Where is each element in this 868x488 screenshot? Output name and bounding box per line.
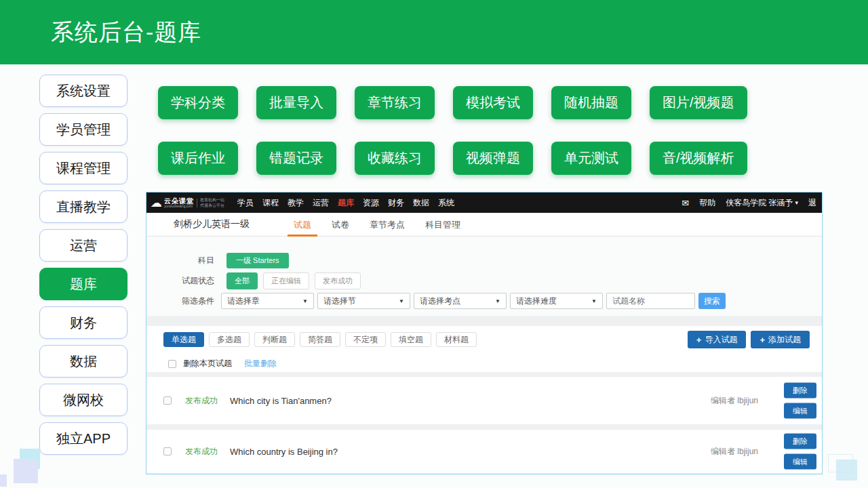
cloud-logo-icon: ☁ [151, 197, 162, 209]
logout-link[interactable]: 退 [808, 197, 816, 209]
feature-button[interactable]: 图片/视频题 [650, 86, 747, 119]
filter-dropdown[interactable]: 请选择章 ▼ [221, 293, 314, 309]
app-tab[interactable]: 科目管理 [425, 213, 460, 237]
account-menu[interactable]: 侠客岛学院 张涵予 ▾ [726, 197, 798, 209]
question-type-tab[interactable]: 材料题 [436, 332, 477, 347]
question-row: 发布成功 Which city is Tian'anmen? 编辑者 lbjij… [146, 377, 822, 424]
app-nav-right: ✉ 帮助 侠客岛学院 张涵予 ▾ 退 [682, 197, 816, 209]
dropdown-placeholder: 请选择节 [323, 296, 356, 307]
sidebar-item[interactable]: 系统设置 [39, 75, 127, 107]
feature-button[interactable]: 错题记录 [256, 142, 336, 175]
app-nav-item[interactable]: 数据 [413, 197, 429, 209]
row-checkbox[interactable] [163, 447, 172, 455]
sidebar-item[interactable]: 微网校 [39, 384, 127, 416]
conditions-label: 筛选条件 [158, 296, 214, 307]
feature-button[interactable]: 课后作业 [158, 142, 238, 175]
editor-label: 编辑者 lbjijun [711, 395, 758, 407]
question-type-tab[interactable]: 多选题 [209, 332, 250, 347]
sidebar-item[interactable]: 独立APP [39, 422, 127, 455]
feature-button[interactable]: 批量导入 [256, 86, 336, 119]
app-tab[interactable]: 章节考点 [370, 213, 405, 237]
feature-button[interactable]: 收藏练习 [355, 142, 435, 175]
delete-button[interactable]: 删除 [784, 434, 816, 449]
select-all-checkbox[interactable] [168, 360, 176, 368]
question-list: 发布成功 Which city is Tian'anmen? 编辑者 lbjij… [146, 377, 822, 473]
feature-button[interactable]: 模拟考试 [453, 86, 533, 119]
question-type-tab[interactable]: 判断题 [254, 332, 295, 347]
status-option[interactable]: 全部 [226, 272, 258, 289]
divider [146, 316, 822, 326]
app-nav-item[interactable]: 资源 [363, 197, 379, 209]
course-title: 剑桥少儿英语一级 [174, 218, 250, 230]
question-type-tab[interactable]: 不定项 [345, 332, 386, 347]
caret-down-icon: ▼ [399, 298, 404, 304]
editor-label: 编辑者 lbjijun [711, 446, 758, 458]
app-tab[interactable]: 试题 [294, 213, 311, 237]
dropdown-placeholder: 请选择考点 [420, 296, 460, 307]
question-type-tab[interactable]: 单选题 [163, 332, 204, 347]
app-tab[interactable]: 试卷 [332, 213, 349, 237]
sidebar-item[interactable]: 数据 [39, 345, 127, 378]
row-checkbox[interactable] [163, 396, 172, 405]
feature-button[interactable]: 随机抽题 [551, 86, 631, 119]
question-type-tab[interactable]: 填空题 [391, 332, 431, 347]
filter-dropdowns: 请选择章 ▼ 请选择节 ▼ 请选择考点 ▼ [221, 293, 606, 309]
sidebar-item[interactable]: 学员管理 [39, 113, 127, 146]
app-body: 科目 一级 Starters 试题状态 全部 正在编辑 发布成功 筛选条件 [146, 237, 822, 474]
add-question-button[interactable]: + 添加试题 [751, 331, 810, 348]
batch-delete-link[interactable]: 批量删除 [244, 358, 277, 369]
sidebar-item[interactable]: 题库 [39, 268, 127, 300]
filter-dropdown[interactable]: 请选择难度 ▼ [510, 293, 603, 309]
status-label: 试题状态 [158, 275, 214, 287]
page-header: 系统后台-题库 [0, 0, 868, 64]
app-nav-item[interactable]: 题库 [338, 197, 354, 209]
edit-button[interactable]: 编辑 [784, 454, 816, 470]
feature-button[interactable]: 视频弹题 [453, 142, 533, 175]
status-badge: 发布成功 [185, 446, 218, 458]
app-logo[interactable]: ☁ 云朵课堂 yunduoketang.com 教育机构一站 式服务云平台 [151, 197, 233, 209]
question-type-tab[interactable]: 简答题 [300, 332, 340, 347]
question-row: 发布成功 Which country is Beijing in? 编辑者 lb… [146, 430, 822, 473]
account-name: 侠客岛学院 张涵予 [726, 197, 793, 209]
question-name-input[interactable] [606, 293, 695, 309]
sidebar-item[interactable]: 课程管理 [39, 152, 127, 184]
caret-down-icon: ▼ [302, 298, 308, 304]
divider [146, 372, 822, 377]
status-options: 全部 正在编辑 发布成功 [226, 272, 361, 289]
feature-button[interactable]: 音/视频解析 [650, 142, 747, 175]
brand-domain: yunduoketang.com [164, 205, 194, 209]
help-link[interactable]: 帮助 [699, 197, 715, 209]
status-option[interactable]: 正在编辑 [263, 272, 309, 289]
plus-icon: + [760, 335, 765, 345]
status-option[interactable]: 发布成功 [315, 272, 361, 289]
app-nav-item[interactable]: 系统 [438, 197, 454, 209]
app-nav-item[interactable]: 教学 [288, 197, 304, 209]
app-nav-item[interactable]: 学员 [237, 197, 254, 209]
subject-filter-row: 科目 一级 Starters [158, 252, 822, 268]
sidebar-item[interactable]: 直播教学 [39, 190, 127, 223]
page-title: 系统后台-题库 [51, 17, 201, 48]
import-questions-button[interactable]: + 导入试题 [688, 331, 747, 348]
dropdown-placeholder: 请选择章 [227, 296, 260, 307]
decoration-square [836, 460, 857, 481]
mail-icon[interactable]: ✉ [682, 198, 689, 208]
caret-down-icon: ▼ [591, 298, 597, 304]
caret-down-icon: ▼ [495, 298, 500, 304]
filter-dropdown[interactable]: 请选择考点 ▼ [414, 293, 507, 309]
toolbar-block: 单选题 多选题 判断题 简答题 不定项 填空题 材料题 [146, 326, 822, 372]
app-nav-item[interactable]: 课程 [262, 197, 279, 209]
subject-tag[interactable]: 一级 Starters [226, 253, 289, 268]
feature-button[interactable]: 学科分类 [158, 86, 238, 119]
feature-button[interactable]: 单元测试 [551, 142, 631, 175]
decoration-square [0, 474, 7, 487]
feature-button[interactable]: 章节练习 [355, 86, 435, 119]
sidebar-item[interactable]: 财务 [39, 306, 127, 339]
delete-button[interactable]: 删除 [784, 383, 816, 399]
app-nav-item[interactable]: 运营 [313, 197, 329, 209]
sidebar-item[interactable]: 运营 [39, 229, 127, 262]
edit-button[interactable]: 编辑 [784, 403, 816, 419]
app-nav-menu: 学员 课程 教学 运营 题库 资源 财务 数据 系统 [237, 197, 454, 209]
filter-dropdown[interactable]: 请选择节 ▼ [317, 293, 410, 309]
search-button[interactable]: 搜索 [698, 293, 726, 309]
app-nav-item[interactable]: 财务 [388, 197, 404, 209]
